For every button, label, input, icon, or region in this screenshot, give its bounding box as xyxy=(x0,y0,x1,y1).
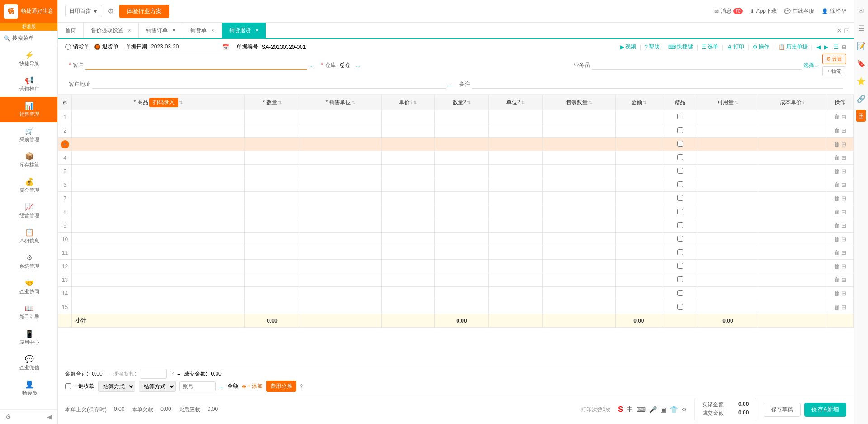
unit-cell[interactable] xyxy=(300,124,381,138)
col-gear[interactable]: ⚙ xyxy=(58,95,72,110)
qty-cell[interactable] xyxy=(245,110,300,124)
sidebar-item-finance[interactable]: 💰 资金管理 xyxy=(0,173,57,198)
delete-row-btn[interactable]: 🗑 xyxy=(834,249,840,256)
calculation-select[interactable]: 结算方式 xyxy=(139,381,176,392)
gift-checkbox[interactable] xyxy=(677,181,683,187)
add-row-circle-btn[interactable]: + xyxy=(61,140,69,148)
list-view-icon[interactable]: ☰ xyxy=(834,44,839,50)
account-input[interactable] xyxy=(179,381,216,391)
maximize-btn[interactable]: ⊡ xyxy=(844,26,850,35)
sort-icon[interactable]: ⇅ xyxy=(278,100,282,105)
sidebar-item-marketing[interactable]: 📢 营销推广 xyxy=(0,71,57,97)
pack_qty-cell[interactable] xyxy=(542,260,615,273)
save-draft-btn[interactable]: 保存草稿 xyxy=(764,403,801,417)
salesman-input[interactable] xyxy=(592,61,802,70)
save-new-btn[interactable]: 保存&新增 xyxy=(804,403,846,417)
cost-price-cell[interactable] xyxy=(758,219,826,233)
unit2-cell[interactable] xyxy=(489,205,542,219)
amount-cell[interactable] xyxy=(615,300,662,314)
available-cell[interactable] xyxy=(698,124,758,138)
scan-btn[interactable]: 扫码录入 xyxy=(149,98,178,107)
collapse-icon[interactable]: ◀ xyxy=(47,413,52,420)
gift-checkbox[interactable] xyxy=(677,127,683,133)
unit-cell[interactable] xyxy=(300,205,381,219)
sidebar-item-sales[interactable]: 📊 销售管理 xyxy=(0,97,57,122)
video-btn[interactable]: ▶ 视频 xyxy=(620,43,636,51)
price-cell[interactable] xyxy=(382,178,435,192)
qty-cell[interactable] xyxy=(245,219,300,233)
sidebar-item-purchase[interactable]: 🛒 采购管理 xyxy=(0,122,57,148)
unit2-cell[interactable] xyxy=(489,165,542,178)
amount-cell[interactable] xyxy=(615,287,662,300)
rp-list-icon[interactable]: ☰ xyxy=(858,21,864,35)
radio-sale[interactable]: 销货单 xyxy=(65,43,89,51)
qty-cell[interactable] xyxy=(245,205,300,219)
qty2-cell[interactable] xyxy=(434,219,488,233)
available-cell[interactable] xyxy=(698,165,758,178)
gift-checkbox[interactable] xyxy=(677,236,683,242)
price-cell[interactable] xyxy=(382,219,435,233)
online-service-btn[interactable]: 💬 在线客服 xyxy=(784,7,814,15)
available-cell[interactable] xyxy=(698,273,758,287)
unit-cell[interactable] xyxy=(300,178,381,192)
gift-checkbox[interactable] xyxy=(677,222,683,228)
qty-cell[interactable] xyxy=(245,233,300,246)
settlement-select[interactable]: 结算方式 xyxy=(98,381,135,392)
sidebar-item-enterprise[interactable]: 🤝 企业协同 xyxy=(0,274,57,300)
qty2-cell[interactable] xyxy=(434,110,488,124)
unit-cell[interactable] xyxy=(300,287,381,300)
tab-price-extract[interactable]: 售价提取设置 × xyxy=(84,23,139,38)
sidebar-item-operations[interactable]: 📈 经营管理 xyxy=(0,198,57,224)
unit-cell[interactable] xyxy=(300,165,381,178)
copy-row-btn[interactable]: ⊞ xyxy=(841,114,846,120)
tab-sales-order[interactable]: 销售订单 × xyxy=(139,23,183,38)
price-cell[interactable] xyxy=(382,192,435,205)
unit-cell[interactable] xyxy=(300,246,381,260)
tool-icon1[interactable]: 中 xyxy=(627,405,633,414)
trial-btn[interactable]: 体验行业方案 xyxy=(119,5,169,18)
rp-note-icon[interactable]: 📝 xyxy=(857,39,866,53)
gift-checkbox[interactable] xyxy=(677,263,683,269)
tool-icon4[interactable]: ▣ xyxy=(660,406,666,413)
unit2-cell[interactable] xyxy=(489,178,542,192)
unit-cell[interactable] xyxy=(300,138,381,151)
price-cell[interactable] xyxy=(382,165,435,178)
settings-icon[interactable]: ⚙ xyxy=(108,7,114,15)
close-window-btn[interactable]: ✕ xyxy=(836,26,842,35)
discount-input[interactable] xyxy=(140,369,167,379)
tool-icon3[interactable]: 🎤 xyxy=(649,406,657,413)
tool-icon6[interactable]: ⚙ xyxy=(681,406,687,413)
available-cell[interactable] xyxy=(698,233,758,246)
sidebar-item-wechat[interactable]: 💬 企业微信 xyxy=(0,350,57,376)
qty2-cell[interactable] xyxy=(434,273,488,287)
unit2-cell[interactable] xyxy=(489,138,542,151)
settings-side-btn[interactable]: ⚙ 设置 xyxy=(822,54,846,64)
gift-checkbox[interactable] xyxy=(677,249,683,255)
one-click-payment[interactable]: 一键收款 xyxy=(65,382,94,390)
amount-cell[interactable] xyxy=(615,110,662,124)
cost-price-cell[interactable] xyxy=(758,287,826,300)
gift-checkbox[interactable] xyxy=(677,276,683,282)
unit2-cell[interactable] xyxy=(489,219,542,233)
available-cell[interactable] xyxy=(698,205,758,219)
qty-cell[interactable] xyxy=(245,138,300,151)
qty2-cell[interactable] xyxy=(434,151,488,165)
qty-cell[interactable] xyxy=(245,300,300,314)
gift-checkbox[interactable] xyxy=(677,154,683,160)
copy-row-btn[interactable]: ⊞ xyxy=(841,276,846,283)
qty2-cell[interactable] xyxy=(434,233,488,246)
radio-sale-input[interactable] xyxy=(65,44,71,50)
tab-close-btn[interactable]: × xyxy=(172,27,175,33)
pack_qty-cell[interactable] xyxy=(542,124,615,138)
sort-icon[interactable]: ⇅ xyxy=(352,100,355,105)
amount-cell[interactable] xyxy=(615,246,662,260)
pack_qty-cell[interactable] xyxy=(542,273,615,287)
available-cell[interactable] xyxy=(698,138,758,151)
qty-cell[interactable] xyxy=(245,192,300,205)
copy-row-btn[interactable]: ⊞ xyxy=(841,304,846,310)
cost-price-cell[interactable] xyxy=(758,205,826,219)
payment-checkbox[interactable] xyxy=(65,383,71,389)
delete-row-btn[interactable]: 🗑 xyxy=(834,304,840,310)
delete-row-btn[interactable]: 🗑 xyxy=(834,276,840,283)
price-info-icon[interactable]: ℹ xyxy=(410,100,412,105)
